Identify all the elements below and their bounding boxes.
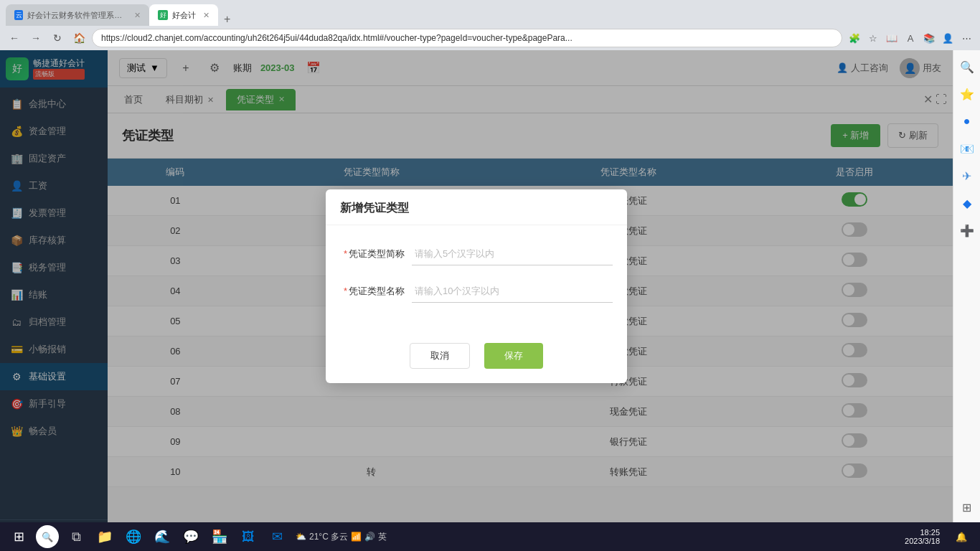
- modal-header: 新增凭证类型: [326, 189, 627, 225]
- file-explorer-button[interactable]: 📁: [92, 524, 118, 549]
- star-button[interactable]: ☆: [865, 30, 881, 46]
- sys-tray: ⛅ 21°C 多云 📶 🔊 英: [293, 531, 390, 543]
- tab1-close[interactable]: ✕: [134, 11, 141, 20]
- name-required-marker: *: [344, 286, 347, 296]
- form-row-abbr: *凭证类型简称: [340, 242, 613, 265]
- sound-icon: 🔊: [364, 532, 375, 542]
- right-star-button[interactable]: ⭐: [956, 83, 978, 105]
- modal-overlay: 新增凭证类型 *凭证类型简称 *凭证类型名称 取消 保存: [0, 50, 953, 522]
- modal-title: 新增凭证类型: [340, 202, 409, 214]
- edge-icon: 🌊: [154, 529, 170, 545]
- chrome-button[interactable]: 🌐: [121, 524, 146, 549]
- search-button[interactable]: 🔍: [34, 524, 60, 549]
- task-view-icon: ⧉: [72, 529, 81, 545]
- notifications-icon: 🔔: [956, 532, 967, 542]
- search-circle: 🔍: [36, 525, 59, 548]
- taskbar: ⊞ 🔍 ⧉ 📁 🌐 🌊 💬 🏪 🖼 ✉ ⛅ 21°C 多云 📶 🔊 英 18:2…: [0, 522, 980, 551]
- translate-button[interactable]: A: [903, 30, 918, 46]
- reading-mode-button[interactable]: 📖: [884, 30, 900, 46]
- right-send-button[interactable]: ✈: [956, 165, 978, 187]
- photos-button[interactable]: 🖼: [235, 524, 261, 549]
- task-view-button[interactable]: ⧉: [63, 524, 89, 549]
- windows-icon: ⊞: [14, 529, 24, 545]
- language-label: 英: [378, 531, 387, 543]
- menu-button[interactable]: ⋯: [958, 30, 974, 46]
- chrome-icon: 🌐: [126, 529, 141, 545]
- tab1-favicon: 云: [14, 10, 23, 20]
- modal-body: *凭证类型简称 *凭证类型名称: [326, 225, 627, 334]
- mail-icon: ✉: [272, 529, 283, 545]
- tab2-close[interactable]: ✕: [203, 11, 209, 20]
- form-label-name: *凭证类型名称: [340, 285, 405, 298]
- form-row-name: *凭证类型名称: [340, 280, 613, 303]
- abbr-required-marker: *: [344, 248, 347, 259]
- back-button[interactable]: ←: [6, 29, 23, 47]
- extensions-button[interactable]: 🧩: [847, 30, 862, 46]
- forward-button[interactable]: →: [27, 29, 44, 47]
- edge-button[interactable]: 🌊: [149, 524, 175, 549]
- voucher-abbr-input[interactable]: [412, 242, 613, 265]
- save-button[interactable]: 保存: [484, 343, 543, 369]
- cancel-button[interactable]: 取消: [410, 343, 470, 369]
- home-button[interactable]: 🏠: [70, 29, 88, 47]
- start-button[interactable]: ⊞: [6, 524, 32, 549]
- right-search-button[interactable]: 🔍: [956, 56, 978, 77]
- wechat-button[interactable]: 💬: [178, 524, 204, 549]
- appstore-icon: 🏪: [212, 529, 227, 545]
- photos-icon: 🖼: [242, 529, 255, 545]
- mail-button[interactable]: ✉: [264, 524, 290, 549]
- network-icon: 📶: [351, 532, 362, 542]
- new-voucher-type-modal: 新增凭证类型 *凭证类型简称 *凭证类型名称 取消 保存: [326, 189, 627, 383]
- tab2-favicon: 好: [158, 10, 168, 20]
- appstore-button[interactable]: 🏪: [207, 524, 232, 549]
- voucher-name-input[interactable]: [412, 280, 613, 303]
- browser-chrome: 云 好会计云财务软件管理系统_会计 ✕ 好 好会计 ✕ + ← → ↻ 🏠 🧩 …: [0, 0, 980, 50]
- browser-actions: 🧩 ☆ 📖 A 📚 👤 ⋯: [847, 30, 974, 46]
- notifications-button[interactable]: 🔔: [948, 524, 974, 549]
- collections-button[interactable]: 📚: [921, 30, 937, 46]
- right-circle-button[interactable]: ●: [956, 110, 978, 132]
- weather-icon: ⛅: [296, 532, 306, 542]
- taskbar-time-display: 18:25: [905, 528, 940, 537]
- wechat-icon: 💬: [183, 529, 199, 545]
- browser-tab-1[interactable]: 云 好会计云财务软件管理系统_会计 ✕: [6, 4, 149, 26]
- temperature-label: 21°C 多云: [309, 531, 348, 543]
- folder-icon: 📁: [97, 529, 113, 545]
- reload-button[interactable]: ↻: [49, 29, 66, 47]
- taskbar-date-display: 2023/3/18: [905, 537, 940, 545]
- form-label-abbr: *凭证类型简称: [340, 248, 405, 260]
- profile-button[interactable]: 👤: [940, 30, 956, 46]
- browser-tab-2[interactable]: 好 好会计 ✕: [149, 4, 218, 26]
- right-grid-button[interactable]: ⊞: [956, 496, 978, 518]
- tab1-title: 好会计云财务软件管理系统_会计: [27, 10, 127, 21]
- tab2-title: 好会计: [172, 10, 196, 21]
- right-add-button[interactable]: ➕: [956, 220, 978, 241]
- address-bar: ← → ↻ 🏠 🧩 ☆ 📖 A 📚 👤 ⋯: [0, 26, 980, 50]
- new-tab-button[interactable]: +: [221, 13, 233, 26]
- address-input[interactable]: [92, 29, 842, 47]
- taskbar-clock: 18:25 2023/3/18: [905, 528, 946, 545]
- tab-bar: 云 好会计云财务软件管理系统_会计 ✕ 好 好会计 ✕ +: [0, 0, 980, 26]
- right-sidebar: 🔍 ⭐ ● 📧 ✈ ◆ ➕ ⊞ ⚙: [953, 50, 980, 551]
- right-mail-button[interactable]: 📧: [956, 138, 978, 159]
- right-diamond-button[interactable]: ◆: [956, 192, 978, 214]
- modal-footer: 取消 保存: [326, 334, 627, 383]
